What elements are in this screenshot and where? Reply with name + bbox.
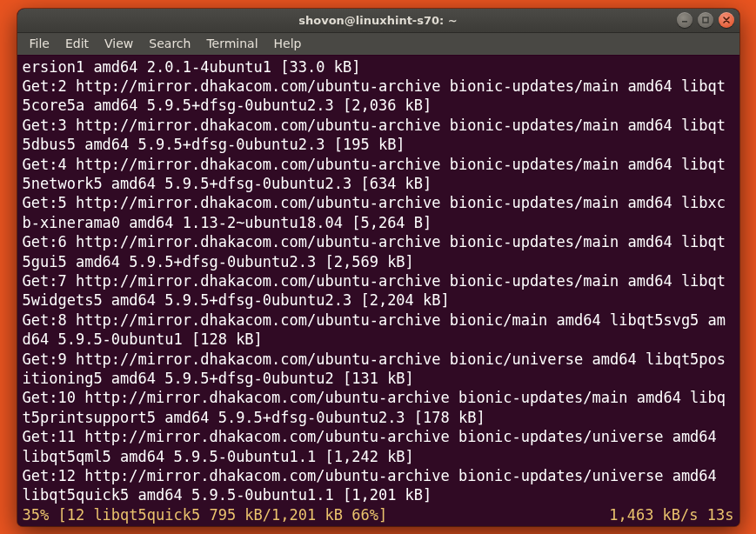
window-controls [677, 12, 734, 28]
terminal-line: Get:8 http://mirror.dhakacom.com/ubuntu-… [23, 311, 726, 348]
window-title: shovon@linuxhint-s70: ~ [298, 14, 457, 27]
svg-rect-0 [682, 21, 687, 23]
status-progress: 35% [12 libqt5quick5 795 kB/1,201 kB 66%… [23, 505, 388, 524]
terminal-line: Get:2 http://mirror.dhakacom.com/ubuntu-… [23, 77, 726, 114]
maximize-button[interactable] [698, 12, 713, 28]
terminal-line: Get:6 http://mirror.dhakacom.com/ubuntu-… [23, 233, 726, 270]
terminal-line: Get:10 http://mirror.dhakacom.com/ubuntu… [23, 389, 726, 425]
titlebar: shovon@linuxhint-s70: ~ [17, 9, 739, 33]
menu-edit[interactable]: Edit [58, 34, 96, 53]
terminal-line: Get:5 http://mirror.dhakacom.com/ubuntu-… [23, 194, 726, 230]
minimize-button[interactable] [677, 12, 692, 28]
menu-terminal[interactable]: Terminal [199, 34, 264, 53]
svg-rect-1 [703, 17, 708, 23]
menu-file[interactable]: File [23, 34, 57, 53]
minimize-icon [680, 16, 689, 24]
close-icon [722, 16, 731, 24]
terminal-line: Get:12 http://mirror.dhakacom.com/ubuntu… [23, 467, 726, 504]
menu-help[interactable]: Help [267, 34, 309, 53]
terminal-line: Get:11 http://mirror.dhakacom.com/ubuntu… [23, 428, 726, 464]
terminal-window: shovon@linuxhint-s70: ~ File Edit View S… [17, 9, 739, 526]
terminal-line: Get:9 http://mirror.dhakacom.com/ubuntu-… [23, 350, 726, 387]
maximize-icon [701, 16, 710, 24]
download-status-line: 35% [12 libqt5quick5 795 kB/1,201 kB 66%… [23, 505, 734, 524]
menu-view[interactable]: View [97, 34, 140, 53]
terminal-line: Get:4 http://mirror.dhakacom.com/ubuntu-… [23, 156, 726, 192]
terminal-line: Get:7 http://mirror.dhakacom.com/ubuntu-… [23, 272, 726, 309]
terminal-output[interactable]: ersion1 amd64 2.0.1-4ubuntu1 [33.0 kB] G… [17, 56, 739, 526]
status-speed-eta: 1,463 kB/s 13s [609, 505, 733, 524]
terminal-line: ersion1 amd64 2.0.1-4ubuntu1 [33.0 kB] [23, 58, 361, 76]
close-button[interactable] [719, 12, 734, 28]
terminal-line: Get:3 http://mirror.dhakacom.com/ubuntu-… [23, 117, 726, 153]
menubar: File Edit View Search Terminal Help [17, 33, 739, 56]
menu-search[interactable]: Search [142, 34, 197, 53]
